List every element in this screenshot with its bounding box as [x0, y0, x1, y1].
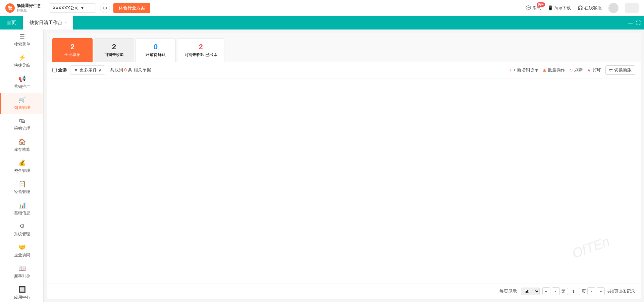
sidebar-item-label: 新手引导 [14, 274, 30, 279]
sidebar-item-label: 系统管理 [14, 231, 30, 237]
result-unit: 条 [128, 67, 132, 72]
sidebar-item-app-center[interactable]: 🔲 应用中心 [0, 283, 43, 302]
header-middle: ⚙ 体验行业方案 [100, 3, 150, 13]
sidebar-item-inventory[interactable]: 🏠 库存核算 [0, 135, 43, 156]
batch-button[interactable]: ⊞ 批量操作 [543, 67, 565, 73]
stats-label-shipped: 到期未收款 已出库 [184, 52, 217, 58]
operations-icon: 📋 [18, 180, 26, 188]
print-button[interactable]: 🖨 打印 [587, 67, 601, 73]
company-name: XXXXXX公司 [53, 5, 79, 11]
refresh-label: 刷新 [574, 67, 583, 73]
add-sale-button[interactable]: + + 新增销货单 [508, 67, 539, 73]
per-page-select[interactable]: 50 100 200 [521, 288, 540, 295]
stats-tab-pending[interactable]: 0 旺铺待确认 [136, 38, 176, 62]
sidebar-item-guide[interactable]: 📖 新手引导 [0, 261, 43, 283]
page-total: 共0页,0条记录 [607, 288, 635, 294]
result-text: 共找到 0 条 相关单据 [110, 67, 151, 73]
per-page-label: 每页显示 [499, 288, 517, 294]
sidebar-item-system[interactable]: ⚙ 系统管理 [0, 219, 43, 240]
pagination: 每页显示 50 100 200 « ‹ 第 页 › » 共0页,0条记录 [47, 284, 641, 299]
filter-button[interactable]: ▼ 更多条件 ∨ [70, 65, 105, 75]
refresh-icon: ↻ [569, 68, 573, 73]
sidebar-item-label: 搜索菜单 [14, 42, 30, 47]
app-download-item[interactable]: 📱 App下载 [548, 5, 571, 11]
message-item[interactable]: 💬 消息 99+ [526, 5, 541, 11]
avatar-extra[interactable] [625, 3, 639, 13]
search-menu-icon: ☰ [19, 33, 25, 40]
stats-tabs: 2 全部单据 2 到期未收款 0 旺铺待确认 2 到期未收款 已出库 [47, 33, 641, 62]
plus-icon: + [508, 67, 512, 73]
table-area [47, 78, 641, 284]
sidebar-item-operations[interactable]: 📋 经营管理 [0, 177, 43, 198]
stats-label-overdue: 到期未收款 [101, 52, 127, 58]
sidebar-item-sales[interactable]: 🛒 销售管理 [0, 93, 43, 114]
checkbox-input[interactable] [52, 68, 57, 72]
sidebar-item-finance[interactable]: 💰 资金管理 [0, 156, 43, 177]
filter-label: 更多条件 [79, 67, 97, 73]
next-page-button[interactable]: › [587, 287, 595, 295]
chevron-down-icon: ▼ [80, 5, 85, 10]
guide-icon: 📖 [18, 265, 26, 272]
first-page-button[interactable]: « [542, 287, 550, 295]
stats-num-pending: 0 [143, 43, 169, 51]
company-selector[interactable]: XXXXXX公司 ▼ [49, 3, 96, 13]
logo-text: 畅捷通好生意 标准版 [17, 3, 41, 12]
select-all-checkbox[interactable]: 全选 [52, 67, 67, 73]
page-input[interactable] [567, 288, 580, 295]
expand-icon[interactable]: ⛶ [636, 20, 641, 25]
enterprise-icon: 🤝 [18, 244, 26, 251]
sidebar-item-enterprise[interactable]: 🤝 企业协同 [0, 240, 43, 261]
basic-info-icon: 📊 [18, 201, 26, 209]
stats-tab-all[interactable]: 2 全部单据 [52, 38, 93, 62]
settings-button[interactable]: ⚙ [100, 3, 110, 13]
sidebar-item-purchase[interactable]: 🛍 采购管理 [0, 114, 43, 135]
tab-active[interactable]: 钱货日清工作台 × [23, 16, 73, 29]
batch-icon: ⊞ [543, 68, 546, 73]
sidebar-item-label: 销售管理 [14, 105, 30, 111]
minimize-icon[interactable]: — [628, 20, 633, 25]
sidebar-item-basic-info[interactable]: 📊 基础信息 [0, 198, 43, 219]
active-tab-label: 钱货日清工作台 [30, 20, 62, 26]
nav-right-icons: — ⛶ [628, 20, 644, 25]
stats-num-overdue: 2 [101, 43, 127, 51]
switch-version-button[interactable]: ⇄ 切换新版 [605, 65, 635, 75]
online-service-label: 在线客服 [584, 5, 602, 11]
finance-icon: 💰 [18, 159, 26, 167]
message-badge: 99+ [537, 2, 545, 7]
switch-label: 切换新版 [614, 67, 632, 73]
logo-sub: 标准版 [17, 8, 41, 12]
download-icon: 📱 [548, 5, 553, 10]
sidebar-item-search[interactable]: ☰ 搜索菜单 [0, 29, 43, 51]
tab-home[interactable]: 首页 [0, 16, 23, 29]
last-page-button[interactable]: » [597, 287, 605, 295]
app-download-label: App下载 [554, 5, 571, 11]
close-icon[interactable]: × [64, 21, 66, 25]
prev-page-button[interactable]: ‹ [552, 287, 560, 295]
logo-area: 畅 畅捷通好生意 标准版 [5, 3, 49, 13]
nav-tabs: 首页 钱货日清工作台 × — ⛶ [0, 16, 644, 29]
stats-tab-shipped[interactable]: 2 到期未收款 已出库 [177, 38, 224, 62]
trial-button[interactable]: 体验行业方案 [113, 3, 150, 13]
sidebar-item-quick[interactable]: ⚡ 快捷导航 [0, 51, 43, 72]
sidebar-item-label: 快捷导航 [14, 63, 30, 68]
online-service-item[interactable]: 🎧 在线客服 [578, 5, 602, 11]
avatar[interactable] [608, 3, 619, 13]
stats-label-all: 全部单据 [59, 52, 86, 58]
service-icon: 🎧 [578, 5, 583, 10]
logo-icon: 畅 [5, 3, 15, 13]
refresh-button[interactable]: ↻ 刷新 [569, 67, 583, 73]
stats-num-shipped: 2 [184, 43, 217, 51]
result-suffix: 相关单据 [133, 67, 151, 72]
header-right: 💬 消息 99+ 📱 App下载 🎧 在线客服 [526, 3, 639, 13]
sidebar-item-label: 营销推广 [14, 84, 30, 89]
home-label: 首页 [7, 20, 16, 26]
switch-icon: ⇄ [609, 68, 613, 73]
sidebar-item-label: 基础信息 [14, 210, 30, 216]
purchase-icon: 🛍 [19, 117, 25, 124]
print-label: 打印 [593, 67, 601, 73]
main-content: 2 全部单据 2 到期未收款 0 旺铺待确认 2 到期未收款 已出库 [44, 29, 644, 302]
sidebar-item-label: 采购管理 [14, 126, 30, 131]
stats-tab-overdue[interactable]: 2 到期未收款 [94, 38, 134, 62]
sidebar: ☰ 搜索菜单 ⚡ 快捷导航 📢 营销推广 🛒 销售管理 🛍 采购管理 🏠 库存核… [0, 29, 44, 302]
sidebar-item-marketing[interactable]: 📢 营销推广 [0, 72, 43, 93]
